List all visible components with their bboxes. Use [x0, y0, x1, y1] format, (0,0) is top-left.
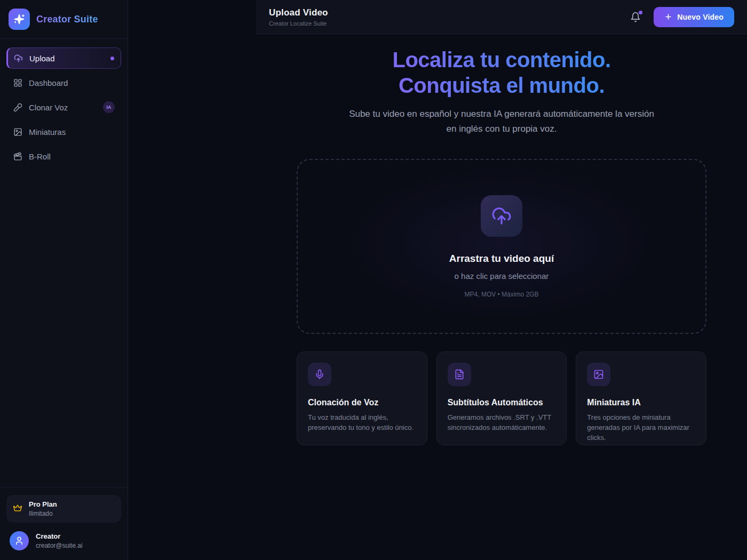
hero-title-line2: Conquista el mundo. — [399, 74, 605, 97]
mic-slant-icon — [13, 102, 22, 112]
sparkles-icon — [9, 9, 30, 30]
feature-title: Clonación de Voz — [308, 398, 416, 407]
mic-icon — [308, 363, 331, 386]
feature-description: Tres opciones de miniatura generadas por… — [587, 412, 695, 443]
cloud-upload-icon — [481, 195, 522, 237]
feature-description: Tu voz traducida al inglés, preservando … — [308, 412, 416, 433]
sidebar-item-label: Miniaturas — [29, 127, 66, 137]
plan-subtitle: Ilimitado — [29, 510, 57, 517]
user-email: creator@suite.ai — [36, 542, 83, 549]
feature-title: Miniaturas IA — [587, 398, 695, 407]
feature-card-subtitles: Subtítulos Automáticos Generamos archivo… — [436, 351, 567, 445]
feature-title: Subtítulos Automáticos — [448, 398, 556, 407]
sidebar: Creator Suite Upload Dashboard — [0, 0, 128, 560]
main-area: Upload Video Creator Localize Suite — [128, 0, 747, 560]
plan-info: Pro Plan Ilimitado — [29, 500, 57, 517]
content: Localiza tu contenido. Conquista el mund… — [256, 47, 747, 445]
cloud-upload-icon — [13, 53, 23, 63]
active-dot — [110, 57, 114, 60]
image-icon — [587, 363, 610, 386]
notification-dot — [639, 11, 642, 14]
ia-badge: IA — [103, 101, 115, 113]
sidebar-item-label: B-Roll — [29, 152, 51, 161]
feature-description: Generamos archivos .SRT y .VTT sincroniz… — [448, 412, 556, 433]
new-video-button[interactable]: Nuevo Video — [654, 7, 734, 27]
feature-card-voice-cloning: Clonación de Voz Tu voz traducida al ing… — [297, 351, 427, 445]
sidebar-bottom: Pro Plan Ilimitado Creator creator@suite… — [0, 487, 128, 560]
hero-title-line1: Localiza tu contenido. — [392, 48, 610, 71]
file-text-icon — [448, 363, 471, 386]
grid-icon — [13, 78, 22, 87]
avatar — [10, 531, 29, 550]
new-video-label: Nuevo Video — [677, 13, 724, 21]
user-info: Creator creator@suite.ai — [36, 532, 83, 549]
sidebar-item-upload[interactable]: Upload — [6, 47, 121, 69]
notifications-button[interactable] — [630, 12, 641, 22]
sidebar-item-miniaturas[interactable]: Miniaturas — [6, 121, 121, 142]
sidebar-item-clonar-voz[interactable]: Clonar Voz IA — [6, 97, 121, 118]
upload-dropzone[interactable]: Arrastra tu video aquí o haz clic para s… — [297, 159, 706, 334]
plan-card: Pro Plan Ilimitado — [6, 495, 121, 523]
sidebar-item-label: Dashboard — [29, 78, 68, 87]
brand[interactable]: Creator Suite — [0, 0, 128, 38]
hero-title: Localiza tu contenido. Conquista el mund… — [392, 47, 610, 98]
brand-name: Creator Suite — [36, 14, 98, 25]
user-name: Creator — [36, 532, 83, 540]
topbar-titles: Upload Video Creator Localize Suite — [269, 7, 328, 27]
sidebar-item-dashboard[interactable]: Dashboard — [6, 72, 121, 93]
feature-cards: Clonación de Voz Tu voz traducida al ing… — [297, 351, 706, 445]
plus-icon — [664, 13, 672, 21]
sidebar-item-label: Clonar Voz — [29, 103, 68, 112]
sidebar-item-label: Upload — [29, 54, 55, 63]
sidebar-nav: Upload Dashboard Clonar Voz IA — [0, 39, 128, 487]
page-title: Upload Video — [269, 7, 328, 18]
image-icon — [13, 127, 22, 137]
main-inner: Upload Video Creator Localize Suite — [256, 0, 747, 560]
clapperboard-icon — [13, 151, 22, 161]
topbar: Upload Video Creator Localize Suite — [256, 0, 747, 34]
topbar-actions: Nuevo Video — [630, 7, 734, 27]
page-subtitle: Creator Localize Suite — [269, 20, 328, 27]
dropzone-subtitle: o haz clic para seleccionar — [455, 271, 549, 281]
app-root: Creator Suite Upload Dashboard — [0, 0, 747, 560]
crown-icon — [13, 504, 22, 514]
user-menu[interactable]: Creator creator@suite.ai — [6, 523, 121, 551]
dropzone-title: Arrastra tu video aquí — [449, 253, 554, 265]
plan-title: Pro Plan — [29, 500, 57, 508]
feature-card-thumbnails: Miniaturas IA Tres opciones de miniatura… — [576, 351, 706, 445]
hero-subtitle: Sube tu video en español y nuestra IA ge… — [347, 107, 656, 137]
sidebar-item-broll[interactable]: B-Roll — [6, 146, 121, 167]
dropzone-file-requirements: MP4, MOV • Máximo 2GB — [465, 291, 539, 298]
